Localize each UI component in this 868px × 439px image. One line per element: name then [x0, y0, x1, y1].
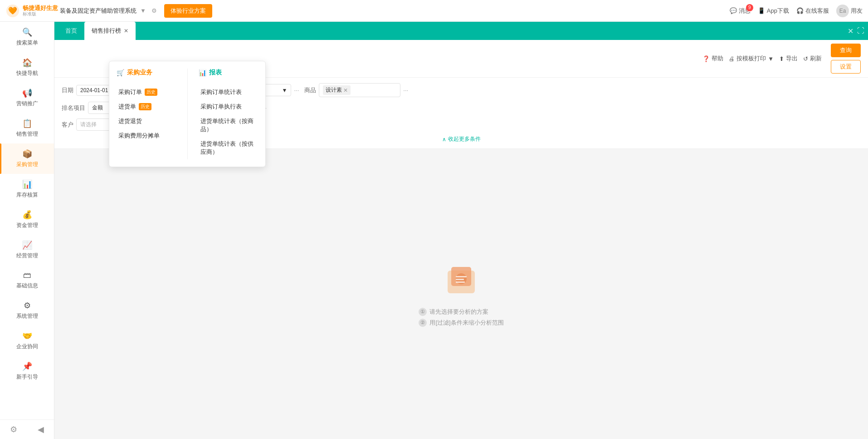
- empty-illustration: [439, 261, 484, 302]
- export-btn[interactable]: ⬆ 导出: [779, 54, 798, 63]
- purchase-col: 🛒 采购业务 采购订单 历史 进货单 历史 进货退货 采购费用分摊单: [117, 69, 176, 159]
- sidebar-item-marketing[interactable]: 📢 营销推广: [0, 83, 54, 113]
- logo-text: 畅捷通好生意 标准版: [23, 5, 58, 17]
- help-icon: ❓: [702, 55, 710, 62]
- collapse-arrow-icon: ∧: [442, 136, 446, 143]
- tab-bar-right: ✕ ⛶: [848, 27, 864, 35]
- sidebar-label-purchase: 采购管理: [16, 161, 38, 168]
- finance-icon: 💰: [22, 210, 32, 220]
- purchase-col-title: 🛒 采购业务: [117, 69, 176, 79]
- dropdown-item-inbound-stat-supplier[interactable]: 进货单统计表（按供应商）: [199, 137, 258, 159]
- message-icon: 💬: [730, 7, 737, 14]
- logo-main-text: 畅捷通好生意: [23, 5, 58, 12]
- query-btn[interactable]: 查询: [831, 44, 861, 57]
- svg-text:🧡: 🧡: [8, 6, 17, 15]
- sidebar-item-quick-nav[interactable]: 🏠 快捷导航: [0, 52, 54, 83]
- logo-sub-text: 标准版: [23, 11, 58, 17]
- logo-area: 🧡 畅捷通好生意 标准版: [5, 4, 60, 18]
- empty-step-1: ① 请先选择要分析的方案: [419, 308, 503, 316]
- collapse-btn[interactable]: ∧ 收起更多条件: [442, 135, 481, 143]
- svg-rect-5: [456, 276, 467, 277]
- print-btn[interactable]: 🖨 按模板打印 ▼: [729, 54, 774, 63]
- voucher-status-dots[interactable]: ···: [294, 87, 299, 94]
- sidebar-label-marketing: 营销推广: [16, 100, 38, 108]
- app-download-item[interactable]: 📱 App下载: [758, 7, 789, 15]
- date-start: 2024-01-01: [80, 87, 108, 94]
- hist-badge-inbound: 历史: [139, 103, 151, 110]
- user-item[interactable]: Ea 用友: [836, 5, 863, 17]
- sales-icon: 📋: [22, 118, 32, 128]
- dropdown-item-inbound-stat-goods[interactable]: 进货单统计表（按商品）: [199, 114, 258, 137]
- guide-icon: 📌: [22, 361, 32, 371]
- sidebar-label-quick-nav: 快捷导航: [16, 69, 38, 77]
- print-dropdown-arrow[interactable]: ▼: [768, 55, 774, 62]
- sidebar-item-guide[interactable]: 📌 新手引导: [0, 356, 54, 386]
- sidebar-item-enterprise[interactable]: 🤝 企业协同: [0, 326, 54, 356]
- header-right: 💬 消息 9 📱 App下载 🎧 在线客服 Ea 用友: [730, 5, 863, 17]
- sidebar-collapse-icon[interactable]: ◀: [38, 424, 44, 434]
- sidebar-item-sales[interactable]: 📋 销售管理: [0, 113, 54, 143]
- tab-close-all-icon[interactable]: ✕: [848, 27, 853, 35]
- inventory-icon: 📊: [22, 179, 32, 189]
- system-dropdown-arrow[interactable]: ▼: [140, 7, 146, 14]
- industry-btn[interactable]: 体验行业方案: [164, 4, 212, 18]
- tab-home-label: 首页: [65, 27, 77, 35]
- sidebar-item-finance[interactable]: 💰 资金管理: [0, 204, 54, 235]
- headset-icon: 🎧: [796, 7, 804, 14]
- dropdown-item-purchase-expense[interactable]: 采购费用分摊单: [117, 128, 176, 143]
- notification-badge: 9: [746, 4, 753, 11]
- report-col-title: 📊 报表: [199, 69, 258, 79]
- dropdown-item-purchase-order[interactable]: 采购订单 历史: [117, 85, 176, 99]
- tab-maximize-icon[interactable]: ⛶: [857, 27, 864, 35]
- refresh-icon: ↺: [803, 55, 808, 62]
- sidebar-label-operations: 经营管理: [16, 252, 38, 260]
- export-icon: ⬆: [779, 55, 784, 62]
- sidebar-label-enterprise: 企业协同: [16, 343, 38, 350]
- report-col-icon: 📊: [199, 69, 206, 76]
- sidebar-item-basic[interactable]: 🗃 基础信息: [0, 265, 54, 295]
- sidebar-label-inventory: 库存核算: [16, 191, 38, 199]
- date-label: 日期: [62, 86, 73, 94]
- tab-close-icon[interactable]: ✕: [124, 28, 128, 34]
- dropdown-item-inbound[interactable]: 进货单 历史: [117, 99, 176, 114]
- avatar: Ea: [836, 5, 849, 17]
- help-btn[interactable]: ❓ 帮助: [702, 54, 723, 63]
- svg-rect-7: [456, 281, 465, 283]
- empty-step-2: ② 用[过滤]条件来缩小分析范围: [419, 319, 503, 327]
- sidebar-settings-icon[interactable]: ⚙: [10, 424, 17, 434]
- step-2-num: ②: [419, 319, 427, 327]
- settings-icon[interactable]: ⚙: [151, 7, 157, 14]
- system-title: 装备及固定资产辅助管理系统: [60, 7, 137, 15]
- settings-btn[interactable]: 设置: [831, 60, 861, 74]
- sidebar-item-operations[interactable]: 📈 经营管理: [0, 235, 54, 265]
- step-1-num: ①: [419, 308, 427, 316]
- goods-dots[interactable]: ···: [403, 87, 408, 94]
- phone-icon: 📱: [758, 7, 765, 14]
- dropdown-item-purchase-order-exec[interactable]: 采购订单执行表: [199, 99, 258, 114]
- voucher-status-arrow: ▼: [282, 87, 288, 94]
- online-service-item[interactable]: 🎧 在线客服: [796, 7, 829, 15]
- tab-sales-ranking[interactable]: 销售排行榜 ✕: [84, 22, 136, 40]
- sidebar-bottom: ⚙ ◀: [0, 419, 54, 439]
- tab-home[interactable]: 首页: [58, 22, 84, 40]
- sidebar-label-sales: 销售管理: [16, 130, 38, 138]
- sidebar-label-system: 系统管理: [16, 312, 38, 320]
- sidebar-item-system[interactable]: ⚙ 系统管理: [0, 295, 54, 326]
- notifications-item[interactable]: 💬 消息 9: [730, 7, 751, 15]
- dropdown-item-purchase-order-stat[interactable]: 采购订单统计表: [199, 85, 258, 99]
- top-header: 🧡 畅捷通好生意 标准版 装备及固定资产辅助管理系统 ▼ ⚙ 体验行业方案 💬 …: [0, 0, 868, 22]
- sidebar-label-basic: 基础信息: [16, 282, 38, 290]
- home-icon: 🏠: [22, 58, 32, 68]
- sidebar: 🔍 搜索菜单 🏠 快捷导航 📢 营销推广 📋 销售管理 📦 采购管理 📊 库存核…: [0, 22, 54, 439]
- goods-input[interactable]: 设计素 ✕: [319, 83, 400, 97]
- sidebar-item-purchase[interactable]: 📦 采购管理: [0, 143, 54, 174]
- sidebar-item-search[interactable]: 🔍 搜索菜单: [0, 22, 54, 52]
- sidebar-item-inventory[interactable]: 📊 库存核算: [0, 174, 54, 204]
- empty-state: ① 请先选择要分析的方案 ② 用[过滤]条件来缩小分析范围: [54, 149, 868, 439]
- goods-tag-close[interactable]: ✕: [343, 87, 348, 94]
- refresh-btn[interactable]: ↺ 刷新: [803, 54, 822, 63]
- sidebar-label-guide: 新手引导: [16, 373, 38, 381]
- tab-bar: 首页 销售排行榜 ✕ ✕ ⛶: [54, 22, 868, 40]
- basic-icon: 🗃: [23, 271, 31, 280]
- dropdown-item-inbound-return[interactable]: 进货退货: [117, 114, 176, 128]
